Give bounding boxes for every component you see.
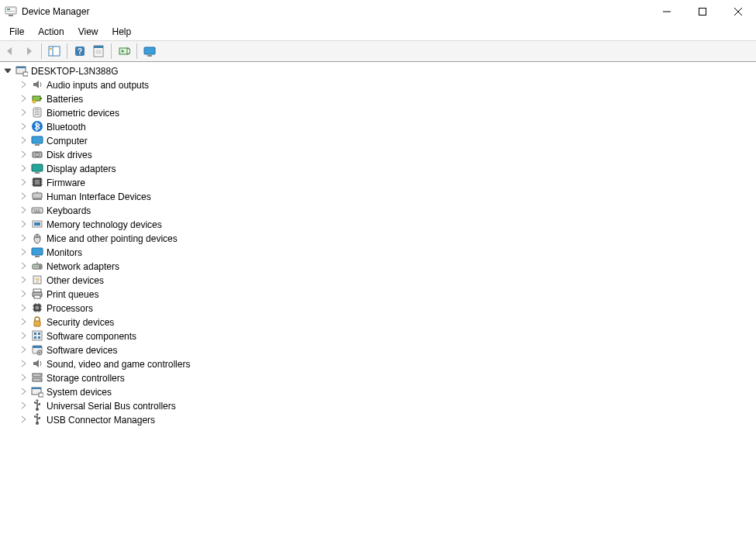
tree-root[interactable]: DESKTOP-L3N388G bbox=[0, 64, 756, 78]
tree-category[interactable]: Biometric devices bbox=[0, 105, 756, 119]
expand-icon[interactable] bbox=[17, 274, 29, 286]
panel-icon bbox=[48, 45, 60, 57]
close-button[interactable] bbox=[720, 0, 756, 23]
back-button[interactable] bbox=[2, 43, 19, 60]
expand-icon[interactable] bbox=[17, 162, 29, 174]
tree-category[interactable]: USB Connector Managers bbox=[0, 412, 756, 426]
help-button[interactable]: ? bbox=[71, 43, 88, 60]
usbconn-icon bbox=[31, 413, 43, 426]
expand-icon[interactable] bbox=[17, 357, 29, 370]
tree-category[interactable]: Human Interface Devices bbox=[0, 189, 756, 203]
tree-category-label: System devices bbox=[47, 386, 112, 398]
forward-button[interactable] bbox=[20, 43, 37, 60]
tree-category-label: Print queues bbox=[47, 288, 98, 300]
tree-category[interactable]: Keyboards bbox=[0, 203, 756, 217]
tree-category[interactable]: Software devices bbox=[0, 343, 756, 357]
svg-point-34 bbox=[36, 154, 38, 156]
collapse-icon[interactable] bbox=[2, 64, 14, 77]
tree-category[interactable]: ?Other devices bbox=[0, 273, 756, 287]
menu-help[interactable]: Help bbox=[106, 25, 138, 39]
toolbar-separator bbox=[136, 43, 137, 59]
tree-category[interactable]: Sound, video and game controllers bbox=[0, 357, 756, 371]
menu-action[interactable]: Action bbox=[32, 25, 70, 39]
expand-icon[interactable] bbox=[17, 385, 29, 398]
tree-category-label: Display adapters bbox=[47, 163, 116, 174]
expand-icon[interactable] bbox=[17, 106, 29, 119]
biometric-icon bbox=[31, 106, 43, 119]
expand-icon[interactable] bbox=[17, 288, 29, 300]
tree-category[interactable]: Monitors bbox=[0, 245, 756, 259]
tree-category[interactable]: Display adapters bbox=[0, 161, 756, 175]
expand-icon[interactable] bbox=[17, 260, 29, 272]
softdev-icon bbox=[31, 343, 43, 356]
tree-category[interactable]: Firmware bbox=[0, 175, 756, 189]
devices-view-button[interactable] bbox=[141, 43, 158, 60]
expand-icon[interactable] bbox=[17, 204, 29, 216]
tree-category-label: Memory technology devices bbox=[47, 219, 162, 230]
tree-category[interactable]: Batteries bbox=[0, 91, 756, 105]
svg-rect-49 bbox=[33, 209, 35, 211]
network-icon bbox=[31, 260, 43, 272]
tree-category[interactable]: Mice and other pointing devices bbox=[0, 231, 756, 245]
expand-icon[interactable] bbox=[17, 148, 29, 160]
firmware-icon bbox=[31, 176, 43, 188]
expand-icon[interactable] bbox=[17, 218, 29, 230]
menu-file[interactable]: File bbox=[3, 25, 30, 39]
expand-icon[interactable] bbox=[17, 329, 29, 342]
tree-category[interactable]: Print queues bbox=[0, 287, 756, 301]
expand-icon[interactable] bbox=[17, 302, 29, 314]
arrow-left-icon bbox=[4, 45, 16, 57]
expand-icon[interactable] bbox=[17, 92, 29, 105]
tree-category-label: Bluetooth bbox=[47, 121, 86, 133]
tree-category[interactable]: Software components bbox=[0, 329, 756, 343]
expand-icon[interactable] bbox=[17, 190, 29, 202]
svg-rect-3 bbox=[9, 15, 13, 16]
svg-point-92 bbox=[40, 374, 41, 376]
show-hidden-button[interactable] bbox=[46, 43, 63, 60]
tree-category-label: Sound, video and game controllers bbox=[47, 358, 190, 370]
tree-category[interactable]: Universal Serial Bus controllers bbox=[0, 398, 756, 412]
tree-category[interactable]: Bluetooth bbox=[0, 119, 756, 133]
device-tree[interactable]: DESKTOP-L3N388G Audio inputs and outputs… bbox=[0, 62, 756, 548]
menu-view[interactable]: View bbox=[72, 25, 105, 39]
expand-icon[interactable] bbox=[17, 399, 29, 412]
expand-icon[interactable] bbox=[17, 343, 29, 356]
minimize-button[interactable] bbox=[649, 0, 685, 23]
expand-icon[interactable] bbox=[17, 78, 29, 91]
tree-category[interactable]: Storage controllers bbox=[0, 371, 756, 384]
tree-category[interactable]: Network adapters bbox=[0, 259, 756, 273]
svg-rect-30 bbox=[32, 136, 43, 143]
tree-category-label: Firmware bbox=[47, 177, 85, 188]
expand-icon[interactable] bbox=[17, 176, 29, 188]
expand-icon[interactable] bbox=[17, 371, 29, 384]
properties-icon bbox=[92, 45, 105, 57]
window-controls bbox=[649, 0, 756, 23]
arrow-right-icon bbox=[22, 45, 35, 57]
tree-category[interactable]: Computer bbox=[0, 133, 756, 147]
scan-hardware-button[interactable] bbox=[116, 43, 133, 60]
memory-icon bbox=[31, 218, 43, 230]
tree-category[interactable]: Processors bbox=[0, 301, 756, 315]
expand-icon[interactable] bbox=[17, 246, 29, 258]
tree-category[interactable]: Memory technology devices bbox=[0, 217, 756, 231]
expand-icon[interactable] bbox=[17, 413, 29, 426]
tree-category[interactable]: Security devices bbox=[0, 315, 756, 329]
disk-icon bbox=[31, 148, 43, 160]
expand-icon[interactable] bbox=[17, 315, 29, 328]
properties-button[interactable] bbox=[90, 43, 107, 60]
tree-category-label: Network adapters bbox=[47, 260, 119, 272]
tree-category-label: Keyboards bbox=[47, 205, 91, 216]
expand-icon[interactable] bbox=[17, 120, 29, 133]
expand-icon[interactable] bbox=[17, 134, 29, 146]
maximize-button[interactable] bbox=[685, 0, 720, 23]
tree-category[interactable]: Disk drives bbox=[0, 147, 756, 161]
tree-category[interactable]: System devices bbox=[0, 384, 756, 398]
tree-category[interactable]: Audio inputs and outputs bbox=[0, 78, 756, 91]
svg-point-19 bbox=[122, 50, 124, 53]
svg-rect-81 bbox=[33, 331, 42, 340]
softcomp-icon bbox=[31, 329, 43, 342]
monitor-icon bbox=[31, 246, 43, 258]
audio-icon bbox=[31, 78, 43, 91]
expand-icon[interactable] bbox=[17, 232, 29, 244]
svg-rect-10 bbox=[50, 48, 52, 50]
